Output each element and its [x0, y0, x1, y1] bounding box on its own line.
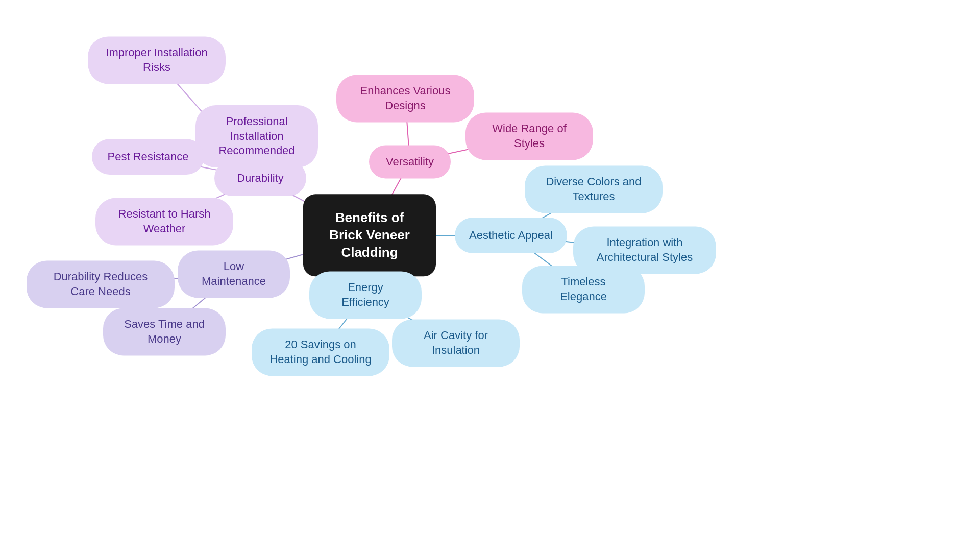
label-pest_resistance: Pest Resistance: [108, 150, 189, 164]
node-professional_installation: Professional Installation Recommended: [195, 105, 318, 167]
node-wide_range: Wide Range of Styles: [465, 112, 593, 160]
label-aesthetic_appeal: Aesthetic Appeal: [469, 228, 553, 243]
node-timeless_elegance: Timeless Elegance: [522, 266, 645, 313]
label-wide_range: Wide Range of Styles: [480, 122, 579, 151]
label-energy_efficiency: Energy Efficiency: [324, 280, 407, 309]
label-low_maintenance: Low Maintenance: [192, 259, 276, 288]
node-resistant_harsh: Resistant to Harsh Weather: [95, 198, 233, 245]
label-air_cavity: Air Cavity for Insulation: [406, 328, 505, 357]
label-resistant_harsh: Resistant to Harsh Weather: [110, 207, 219, 236]
node-aesthetic_appeal: Aesthetic Appeal: [455, 218, 567, 253]
node-low_maintenance: Low Maintenance: [178, 250, 290, 298]
node-air_cavity: Air Cavity for Insulation: [392, 319, 520, 367]
label-durability_reduces: Durability Reduces Care Needs: [41, 270, 160, 299]
label-enhances_designs: Enhances Various Designs: [351, 84, 460, 113]
node-savings_heating: 20 Savings on Heating and Cooling: [252, 328, 389, 376]
label-savings_heating: 20 Savings on Heating and Cooling: [266, 338, 375, 367]
label-diverse_colors: Diverse Colors and Textures: [539, 175, 648, 204]
label-professional_installation: Professional Installation Recommended: [210, 114, 304, 158]
label-versatility: Versatility: [386, 155, 434, 170]
label-saves_time: Saves Time and Money: [117, 317, 211, 346]
center-node: Benefits of Brick Veneer Cladding: [303, 194, 436, 276]
label-integration_arch: Integration with Architectural Styles: [587, 235, 702, 265]
node-enhances_designs: Enhances Various Designs: [336, 75, 474, 122]
node-improper_installation: Improper Installation Risks: [88, 36, 226, 84]
node-versatility: Versatility: [369, 146, 451, 179]
center-label: Benefits of Brick Veneer Cladding: [324, 209, 415, 261]
node-durability_reduces: Durability Reduces Care Needs: [27, 260, 175, 308]
node-diverse_colors: Diverse Colors and Textures: [525, 165, 663, 213]
label-improper_installation: Improper Installation Risks: [102, 45, 211, 75]
node-saves_time: Saves Time and Money: [103, 308, 226, 355]
node-energy_efficiency: Energy Efficiency: [309, 271, 422, 319]
node-pest_resistance: Pest Resistance: [92, 139, 204, 175]
label-timeless_elegance: Timeless Elegance: [536, 275, 630, 304]
label-durability: Durability: [237, 171, 284, 186]
